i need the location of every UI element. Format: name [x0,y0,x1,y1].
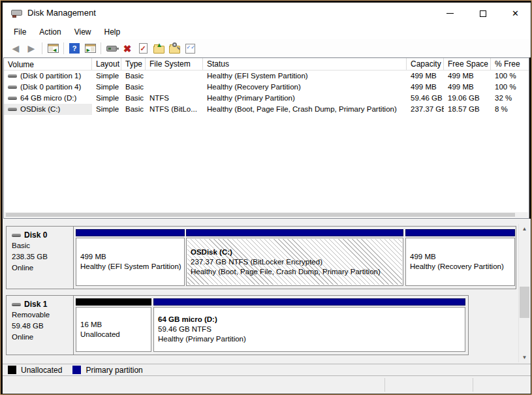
volume-list-header: Volume Layout Type File System Status Ca… [4,58,529,71]
maximize-button[interactable] [468,3,497,24]
partition-unallocated[interactable]: 16 MB Unallocated [76,298,151,352]
close-button[interactable]: ✕ [501,3,530,24]
primary-partition-swatch [72,366,81,374]
scroll-down-icon[interactable]: ▼ [519,353,530,362]
disk-status: Online [12,332,73,342]
free-space-cell: 18.57 GB [444,104,491,115]
layout-cell: Simple [92,82,121,93]
capacity-cell: 499 MB [407,82,444,93]
properties-list-button[interactable]: ✓✓ [182,41,198,55]
partition-status: Healthy (EFI System Partition) [80,262,180,272]
legend-bar: Unallocated Primary partition [3,364,531,376]
volume-disk-icon [8,74,17,78]
check-document-icon [139,43,148,54]
app-disk-icon [11,9,23,18]
partition-recovery[interactable]: 499 MB Healthy (Recovery Partition) [405,229,515,286]
partition-micro-d[interactable]: 64 GB micro (D:) 59.46 GB NTFS Healthy (… [153,298,465,352]
vertical-scrollbar[interactable]: ▲ ▼ [518,224,529,362]
partition-name: 64 GB micro (D:) [158,315,461,324]
forward-icon: ▶ [28,44,35,53]
disk-1-label[interactable]: Disk 1 Removable 59.48 GB Online [7,296,74,355]
column-header-pct-free[interactable]: % Free [491,58,529,70]
toolbar-separator [63,42,64,54]
show-action-pane-button[interactable]: ▶ [82,41,98,55]
free-space-cell: 499 MB [444,71,491,82]
disk-kind: Removable [12,310,73,320]
up-arrow-icon: ▲ [156,42,163,48]
partition-status: Healthy (Primary Partition) [158,334,461,344]
legend-label: Primary partition [86,366,142,375]
back-button[interactable]: ◀ [8,41,23,55]
status-cell: Healthy (Recovery Partition) [203,82,407,93]
table-row[interactable]: (Disk 0 partition 4) Simple Basic Health… [4,82,529,93]
scroll-up-icon[interactable]: ▲ [519,224,530,234]
rescan-disks-button[interactable] [104,41,119,55]
disk-size: 59.48 GB [12,321,73,331]
partition-name: OSDisk (C:) [191,247,399,257]
folder-up-button[interactable]: ▲ [151,41,166,55]
folder-search-button[interactable] [166,41,182,55]
legend-item-unallocated: Unallocated [8,366,62,375]
free-space-cell: 499 MB [444,82,491,93]
column-header-capacity[interactable]: Capacity [407,58,444,70]
disk-status: Online [12,263,73,273]
file-system-cell [146,82,203,93]
disk-icon [12,234,21,237]
column-header-free-space[interactable]: Free Space [444,58,491,70]
menu-file[interactable]: File [8,25,32,39]
menu-help[interactable]: Help [99,25,127,39]
table-row-selected[interactable]: OSDisk (C:) Simple Basic NTFS (BitLo... … [4,104,529,115]
properties-list-icon: ✓✓ [185,44,195,54]
column-header-status[interactable]: Status [203,58,407,70]
layout-cell: Simple [92,104,121,115]
volume-disk-icon [8,108,17,111]
volume-cell: 64 GB micro (D:) [4,93,92,104]
volume-disk-icon [8,86,17,89]
vertical-scrollbar-thumb[interactable] [520,287,529,318]
screen-frame: Disk Management ✕ File Action View Help … [0,0,532,395]
table-row[interactable]: (Disk 0 partition 1) Simple Basic Health… [4,71,529,82]
disk-graph-pane: Disk 0 Basic 238.35 GB Online 499 MB Hea… [3,219,531,364]
menu-view[interactable]: View [69,25,97,39]
help-button[interactable]: ? [67,41,82,55]
column-header-file-system[interactable]: File System [146,58,203,70]
type-cell: Basic [121,93,146,104]
pct-free-cell: 8 % [491,104,529,115]
column-header-layout[interactable]: Layout [92,58,121,70]
status-cell: Healthy (Primary Partition) [203,93,407,104]
disk-0-label[interactable]: Disk 0 Basic 238.35 GB Online [7,227,74,289]
pct-free-cell: 100 % [491,82,529,93]
menu-bar: File Action View Help [3,24,531,39]
help-icon: ? [69,43,80,54]
type-cell: Basic [121,71,146,82]
column-header-type[interactable]: Type [121,58,146,70]
disk-icon [12,303,21,306]
disk-1-row: Disk 1 Removable 59.48 GB Online 16 MB U… [6,295,469,355]
layout-cell: Simple [92,71,121,82]
capacity-cell: 59.46 GB [407,93,444,104]
minimize-button[interactable] [435,3,465,24]
legend-item-primary-partition: Primary partition [72,366,142,375]
delete-volume-button[interactable]: ✖ [119,41,135,55]
forward-button[interactable]: ▶ [23,41,39,55]
delete-volume-icon: ✖ [123,44,132,54]
show-console-tree-button[interactable]: ◀ [45,41,61,55]
partition-status: Healthy (Recovery Partition) [410,262,510,272]
table-row[interactable]: 64 GB micro (D:) Simple Basic NTFS Healt… [4,93,529,104]
toolbar-separator [101,42,101,54]
pct-free-cell: 100 % [491,71,529,82]
horizontal-scrollbar[interactable] [5,212,528,217]
disk-kind: Basic [12,241,73,251]
partition-size: 16 MB [80,320,147,330]
capacity-cell: 237.37 GB [407,104,444,115]
partition-osdisk-c[interactable]: OSDisk (C:) 237.37 GB NTFS (BitLocker En… [186,229,403,286]
horizontal-scrollbar-thumb[interactable] [6,213,515,217]
partition-color-bar [76,229,185,236]
menu-action[interactable]: Action [33,25,67,39]
partition-efi[interactable]: 499 MB Healthy (EFI System Partition) [76,229,185,286]
maximize-icon [480,10,486,17]
capacity-cell: 499 MB [407,71,444,82]
disk-size: 238.35 GB [12,252,73,262]
check-document-button[interactable] [135,41,151,55]
column-header-volume[interactable]: Volume [4,58,92,70]
